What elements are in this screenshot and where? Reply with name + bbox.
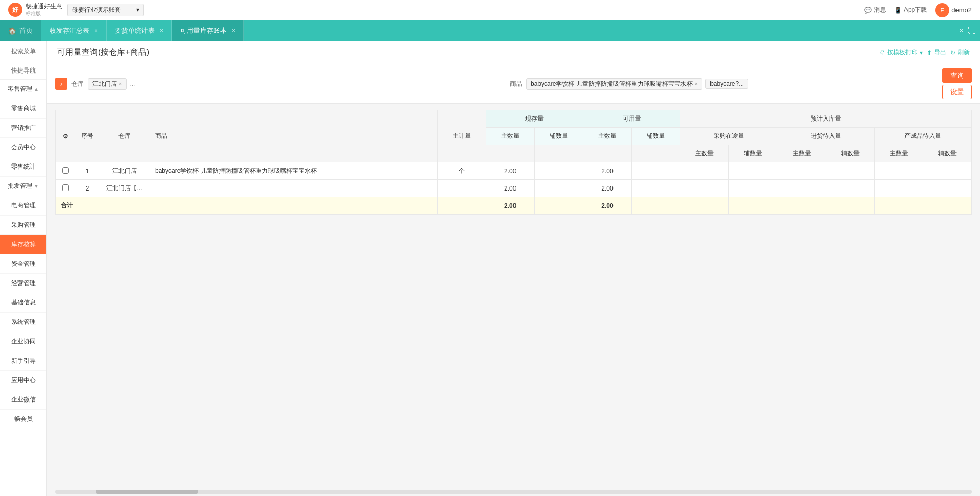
th-current-main: 主数量: [486, 128, 534, 145]
message-btn[interactable]: 💬 消息: [864, 6, 886, 14]
tab-receive-send-close[interactable]: ×: [94, 27, 98, 34]
chevron-icon: ▲: [34, 86, 39, 92]
industry-selector[interactable]: 母婴行业演示账套 ▾: [67, 4, 144, 16]
cell-current-aux: [534, 162, 583, 180]
summary-avail-aux: [632, 197, 680, 215]
filter-bar: › 仓库 江北门店 × ... 商品 babycare学饮杯 儿童防摔防撞吸管杯…: [47, 64, 980, 104]
cell-checkbox[interactable]: [56, 162, 76, 180]
sidebar-item-app-center[interactable]: 应用中心: [0, 371, 46, 390]
sidebar-item-purchase[interactable]: 采购管理: [0, 216, 46, 235]
sidebar-item-finance[interactable]: 资金管理: [0, 254, 46, 274]
logo-text: 畅捷通好生意: [26, 3, 62, 10]
row-checkbox[interactable]: [62, 167, 69, 174]
logo-subtext: 标准版: [26, 10, 62, 17]
cell-unit: [437, 180, 486, 197]
th-available: 可用量: [583, 110, 680, 128]
sidebar: 搜索菜单 快捷导航 零售管理 ▲ 零售商城 营销推广 会员中心 零售统计 批发管…: [0, 41, 47, 496]
tab-available-stock-close[interactable]: ×: [232, 27, 235, 34]
sidebar-item-enterprise[interactable]: 企业协同: [0, 332, 46, 351]
cell-pa-main: [777, 162, 826, 180]
tab-order-stats[interactable]: 要货单统计表 ×: [107, 20, 172, 41]
sidebar-item-ops[interactable]: 经营管理: [0, 274, 46, 293]
settings-btn[interactable]: 设置: [942, 85, 972, 99]
sidebar-item-inventory-label: 库存核算: [11, 240, 36, 249]
query-btn[interactable]: 查询: [942, 68, 972, 83]
tab-home-label: 首页: [19, 26, 33, 35]
cell-pt-aux: [729, 180, 777, 197]
sidebar-item-inventory[interactable]: 库存核算: [0, 235, 46, 254]
settings-icon[interactable]: ⚙: [63, 133, 68, 140]
th-product-pending: 产成品待入量: [874, 128, 971, 145]
sidebar-item-retail-stats-label: 零售统计: [11, 162, 36, 171]
cell-pp-main: [874, 162, 923, 180]
sidebar-quick-nav[interactable]: 快捷导航: [0, 62, 46, 80]
sidebar-item-system[interactable]: 系统管理: [0, 313, 46, 332]
export-icon: ⬆: [927, 49, 932, 56]
tab-order-stats-close[interactable]: ×: [160, 27, 163, 34]
top-bar-left: 好 畅捷通好生意 标准版 母婴行业演示账套 ▾: [8, 3, 144, 17]
sidebar-item-vip[interactable]: 畅会员: [0, 410, 46, 429]
sidebar-item-system-label: 系统管理: [11, 318, 36, 326]
cell-pt-main: [680, 162, 729, 180]
summary-current-aux: [534, 197, 583, 215]
cell-checkbox[interactable]: [56, 180, 76, 197]
summary-avail-main: 2.00: [583, 197, 631, 215]
sidebar-item-enterprise-wx[interactable]: 企业微信: [0, 390, 46, 410]
sidebar-item-new-guide[interactable]: 新手引导: [0, 351, 46, 371]
fullscreen-btn[interactable]: ⛶: [968, 26, 976, 35]
chevron-icon: ▼: [34, 183, 39, 189]
cell-warehouse: 江北门店【...: [99, 180, 150, 197]
cell-pp-aux: [923, 162, 971, 180]
th-pp-aux: 辅数量: [923, 145, 971, 162]
data-table: ⚙ 序号 仓库 商品 主计量 现存量 可用量 预计入库量 主数量 辅数量 主数量: [55, 110, 972, 215]
warehouse-tag-close[interactable]: ×: [119, 81, 122, 87]
page-title: 可用量查询(按仓库+商品): [57, 47, 149, 58]
cell-warehouse: 江北门店: [99, 162, 150, 180]
sidebar-item-finance-label: 资金管理: [11, 259, 36, 268]
content-area: 可用量查询(按仓库+商品) 🖨 按模板打印 ▾ ⬆ 导出 ↻ 刷新 ›: [47, 41, 980, 496]
refresh-btn[interactable]: ↻ 刷新: [950, 48, 970, 57]
sidebar-item-retail-mgmt[interactable]: 零售管理 ▲: [0, 80, 46, 99]
cell-pa-main: [777, 180, 826, 197]
tab-available-stock[interactable]: 可用量库存账本 ×: [172, 20, 244, 41]
top-bar: 好 畅捷通好生意 标准版 母婴行业演示账套 ▾ 💬 消息 📱 App下载 E d…: [0, 0, 980, 20]
th-cs-main: [486, 145, 534, 162]
th-no: 序号: [76, 110, 99, 162]
tab-controls: × ⛶: [959, 26, 980, 35]
warehouse-more[interactable]: ...: [130, 80, 135, 87]
sidebar-item-retail-stats[interactable]: 零售统计: [0, 157, 46, 177]
th-avail-main: 主数量: [583, 128, 631, 145]
tab-receive-send[interactable]: 收发存汇总表 ×: [41, 20, 107, 41]
sidebar-item-marketing[interactable]: 营销推广: [0, 119, 46, 138]
table-row: 2 江北门店【... 2.00 2.00: [56, 180, 972, 197]
summary-pp-main: [874, 197, 923, 215]
search-menu-btn[interactable]: 搜索菜单: [4, 45, 42, 58]
sidebar-item-wholesale[interactable]: 批发管理 ▼: [0, 177, 46, 196]
row-checkbox[interactable]: [62, 184, 69, 191]
th-purchase-transit: 采购在途量: [680, 128, 777, 145]
app-download-btn[interactable]: 📱 App下载: [894, 6, 927, 14]
cell-avail-main: 2.00: [583, 180, 631, 197]
user-area[interactable]: E demo2: [935, 3, 972, 17]
sidebar-item-ops-label: 经营管理: [11, 279, 36, 288]
print-btn[interactable]: 🖨 按模板打印 ▾: [879, 48, 923, 57]
sidebar-item-retail-mall[interactable]: 零售商城: [0, 99, 46, 119]
sidebar-item-base-info[interactable]: 基础信息: [0, 293, 46, 313]
sidebar-item-retail-mgmt-label: 零售管理: [8, 85, 32, 93]
cell-current-main: 2.00: [486, 162, 534, 180]
sidebar-item-ecommerce[interactable]: 电商管理: [0, 196, 46, 216]
scroll-track[interactable]: [55, 490, 972, 494]
sidebar-item-member-center[interactable]: 会员中心: [0, 138, 46, 157]
product-tag-1: babycare学饮杯 儿童防摔防撞吸管杯重力球吸嘴杯宝宝水杯 ×: [526, 78, 702, 90]
filter-toggle-btn[interactable]: ›: [55, 78, 67, 90]
product-tag-1-close[interactable]: ×: [695, 81, 698, 87]
export-btn[interactable]: ⬆ 导出: [927, 48, 946, 57]
close-all-tabs-btn[interactable]: ×: [959, 26, 964, 35]
filter-right-btns: 查询 设置: [942, 68, 972, 99]
scroll-thumb[interactable]: [96, 490, 198, 494]
tab-home[interactable]: 🏠 首页: [0, 20, 41, 41]
sidebar-item-retail-mall-label: 零售商城: [11, 104, 36, 113]
sidebar-item-marketing-label: 营销推广: [11, 124, 36, 132]
cell-avail-aux: [632, 162, 680, 180]
warehouse-label: 仓库: [71, 80, 84, 88]
